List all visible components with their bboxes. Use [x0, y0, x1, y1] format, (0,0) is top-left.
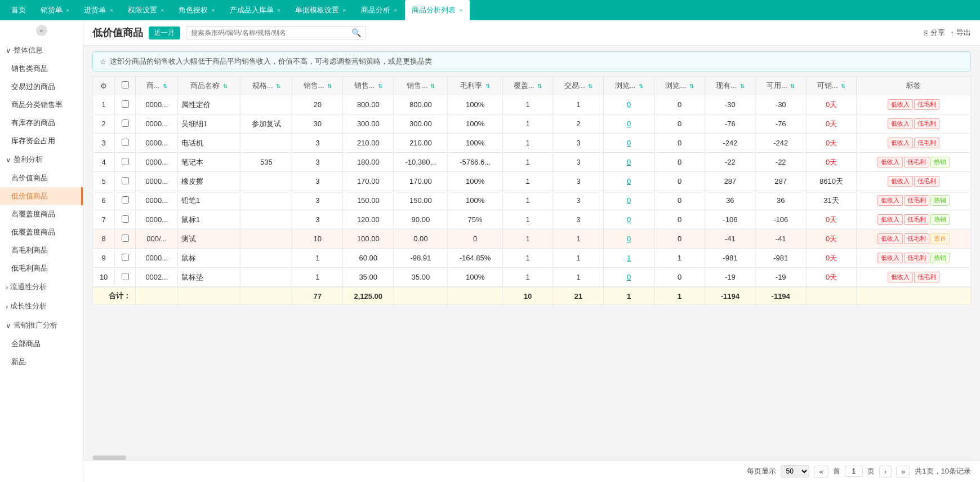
cell-name[interactable]: 铅笔1 — [178, 191, 240, 210]
sidebar-item-traded-goods[interactable]: 交易过的商品 — [0, 78, 83, 96]
date-filter-btn[interactable]: 近一月 — [149, 26, 180, 39]
first-page-btn[interactable]: « — [814, 466, 828, 477]
row-checkbox[interactable] — [122, 177, 129, 184]
cell-check[interactable] — [115, 114, 136, 134]
sidebar-item-high-margin[interactable]: 高毛利商品 — [0, 241, 83, 259]
row-checkbox[interactable] — [122, 139, 129, 146]
sidebar-item-stock-goods[interactable]: 有库存的商品 — [0, 114, 83, 132]
sidebar-item-all-goods[interactable]: 全部商品 — [0, 335, 83, 353]
nav-close-icon[interactable]: × — [66, 7, 69, 14]
cell-check[interactable] — [115, 268, 136, 288]
cell-name[interactable]: 属性定价 — [178, 95, 240, 114]
cell-name[interactable]: 鼠标垫 — [178, 268, 240, 288]
cell-name[interactable]: 鼠标 — [178, 249, 240, 268]
nav-close-icon-6[interactable]: × — [342, 7, 346, 14]
nav-purchase-order[interactable]: 进货单 × — [77, 0, 119, 20]
sidebar-item-category-rate[interactable]: 商品分类销售率 — [0, 96, 83, 114]
cell-col7[interactable]: 0 — [604, 114, 654, 134]
sidebar-group-profit[interactable]: ∨ 盈利分析 — [0, 150, 83, 169]
row-checkbox[interactable] — [122, 273, 129, 280]
nav-close-icon-4[interactable]: × — [211, 7, 215, 14]
cell-name[interactable]: 测试 — [178, 229, 240, 249]
browse-link[interactable]: 0 — [627, 120, 631, 128]
cell-check[interactable] — [115, 153, 136, 172]
cell-col7[interactable]: 0 — [604, 191, 654, 210]
nav-permission[interactable]: 权限设置 × — [121, 0, 171, 20]
sidebar-group-liquidity[interactable]: › 流通性分析 — [0, 277, 83, 297]
sidebar-group-growth[interactable]: › 成长性分析 — [0, 297, 83, 316]
cell-name[interactable]: 橡皮擦 — [178, 172, 240, 191]
row-checkbox[interactable] — [122, 254, 129, 261]
browse-link[interactable]: 0 — [627, 196, 631, 205]
browse-link[interactable]: 0 — [627, 100, 631, 109]
search-input[interactable] — [191, 29, 351, 37]
cell-col7[interactable]: 0 — [604, 229, 654, 249]
cell-col7[interactable]: 0 — [604, 210, 654, 229]
horizontal-scrollbar[interactable] — [92, 456, 971, 460]
sidebar-group-marketing[interactable]: ∨ 营销推广分析 — [0, 316, 83, 335]
cell-check[interactable] — [115, 172, 136, 191]
nav-role-auth[interactable]: 角色授权 × — [172, 0, 221, 20]
row-checkbox[interactable] — [122, 196, 129, 204]
sidebar-item-high-coverage[interactable]: 高覆盖度商品 — [0, 205, 83, 223]
nav-close-icon-7[interactable]: × — [394, 7, 397, 14]
row-checkbox[interactable] — [122, 158, 129, 165]
sidebar-collapse-btn[interactable]: « — [36, 25, 47, 36]
browse-link[interactable]: 0 — [627, 235, 631, 243]
cell-name[interactable]: 吴细细1 — [178, 114, 240, 134]
cell-check[interactable] — [115, 249, 136, 268]
sidebar-item-low-margin[interactable]: 低毛利商品 — [0, 259, 83, 277]
cell-check[interactable] — [115, 134, 136, 153]
select-all-checkbox[interactable] — [122, 81, 129, 89]
sidebar-item-capital-usage[interactable]: 库存资金占用 — [0, 132, 83, 150]
browse-link[interactable]: 0 — [627, 177, 631, 185]
browse-link[interactable]: 0 — [627, 273, 631, 281]
cell-name[interactable]: 笔记本 — [178, 153, 240, 172]
cell-name[interactable]: 电话机 — [178, 134, 240, 153]
cell-name[interactable]: 鼠标1 — [178, 210, 240, 229]
cell-check[interactable] — [115, 210, 136, 229]
cell-col7[interactable]: 0 — [604, 95, 654, 114]
next-page-btn[interactable]: › — [879, 466, 892, 477]
cell-check[interactable] — [115, 95, 136, 114]
cell-col7[interactable]: 0 — [604, 172, 654, 191]
row-checkbox[interactable] — [122, 100, 129, 108]
row-checkbox[interactable] — [122, 235, 129, 242]
th-checkbox[interactable] — [115, 77, 136, 95]
browse-link[interactable]: 0 — [627, 215, 631, 224]
sidebar-item-sales-goods[interactable]: 销售类商品 — [0, 60, 83, 78]
nav-close-icon-8[interactable]: × — [459, 7, 462, 14]
sidebar-item-high-value[interactable]: 高价值商品 — [0, 169, 83, 187]
last-page-btn[interactable]: » — [896, 466, 910, 477]
page-size-select[interactable]: 50 100 200 — [781, 465, 809, 477]
sidebar-item-low-coverage[interactable]: 低覆盖度商品 — [0, 223, 83, 241]
th-settings[interactable]: ⚙ — [93, 77, 115, 95]
nav-close-icon-2[interactable]: × — [109, 7, 113, 14]
row-checkbox[interactable] — [122, 120, 129, 127]
share-btn[interactable]: ⎘ 分享 — [924, 28, 945, 38]
nav-product-analysis-list[interactable]: 商品分析列表 × — [405, 0, 469, 20]
browse-link[interactable]: 0 — [627, 158, 631, 166]
cell-check[interactable] — [115, 229, 136, 249]
current-page-input[interactable] — [845, 466, 863, 477]
nav-product-stock[interactable]: 产成品入库单 × — [223, 0, 287, 20]
cell-col7[interactable]: 1 — [604, 249, 654, 268]
nav-home[interactable]: 首页 — [5, 0, 33, 20]
export-btn[interactable]: ↑ 导出 — [951, 28, 972, 38]
sidebar-item-new-goods[interactable]: 新品 — [0, 353, 83, 371]
cell-col7[interactable]: 0 — [604, 134, 654, 153]
sidebar-group-overall[interactable]: ∨ 整体信息 — [0, 41, 83, 60]
nav-product-analysis[interactable]: 商品分析 × — [354, 0, 404, 20]
nav-close-icon-3[interactable]: × — [161, 7, 164, 14]
scrollbar-thumb[interactable] — [92, 456, 126, 460]
nav-close-icon-5[interactable]: × — [277, 7, 280, 14]
browse-link[interactable]: 0 — [627, 139, 631, 147]
cell-col7[interactable]: 0 — [604, 153, 654, 172]
cell-col7[interactable]: 0 — [604, 268, 654, 288]
nav-sales-order[interactable]: 销货单 × — [34, 0, 76, 20]
row-checkbox[interactable] — [122, 215, 129, 223]
nav-template[interactable]: 单据模板设置 × — [288, 0, 353, 20]
sidebar-item-low-value[interactable]: 低价值商品 — [0, 187, 83, 205]
browse-link[interactable]: 1 — [627, 254, 631, 262]
cell-check[interactable] — [115, 191, 136, 210]
